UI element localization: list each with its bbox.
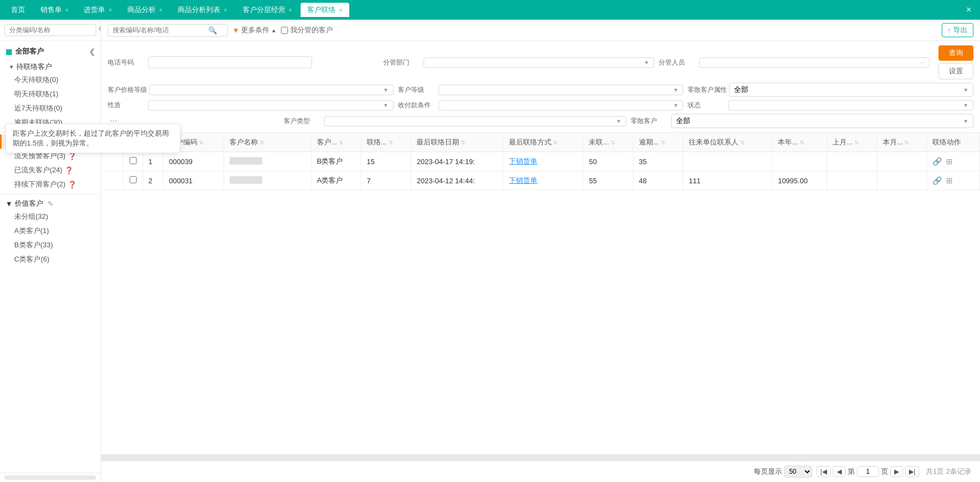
th-name[interactable]: 客户名称⇅ [224,133,311,152]
row2-link-icon[interactable]: 🔗 [932,176,942,185]
row1-link-icon[interactable]: 🔗 [932,157,942,166]
value-edit-icon[interactable]: ✎ [48,200,54,208]
sidebar-item-today[interactable]: 今天待联络(0) [0,73,101,87]
sidebar-group-waiting[interactable]: ▼ 待联络客户 [0,60,101,73]
row2-this-year: 10995.00 [772,171,827,190]
customer-type-select[interactable]: ▼ [324,116,626,126]
row1-checkbox[interactable] [123,152,143,171]
retail-customer-select[interactable]: 全部 ▼ [671,114,973,128]
nav-item-contact[interactable]: 客户联络 × [301,3,349,17]
nav-item-sales-label: 销售单 [40,5,62,15]
nav-close-contact[interactable]: × [339,7,342,13]
per-page-select[interactable]: 50 100 200 [784,466,812,478]
sidebar-scrollbar[interactable] [4,475,96,480]
advanced-filter: 电话号码 分管部门 ▼ 分管人员 ··· [101,41,980,133]
sidebar-item-declining[interactable]: 持续下滑客户(2) ❓ [0,177,101,191]
nav-close-purchase[interactable]: × [108,7,112,13]
sidebar-search-input[interactable] [4,24,96,36]
export-button[interactable]: ↑ 导出 [942,23,974,37]
query-button[interactable]: 查询 [938,45,973,61]
nav-close-crm[interactable]: × [289,7,292,13]
gender-select[interactable]: ▼ [148,100,394,111]
row2-last-way[interactable]: 下销货单 [503,171,583,190]
th-last-contact-date[interactable]: 最后联络日期⇅ [411,133,503,152]
nav-close-sales[interactable]: × [65,7,68,13]
th-this-month[interactable]: 本月...⇅ [877,133,926,152]
filter-funnel-icon: ▼ [232,26,239,34]
row2-grid-icon[interactable]: ⊞ [946,176,953,185]
phone-input[interactable] [148,56,312,68]
manager-label: 分管人员 [659,58,697,67]
filter-search-input[interactable] [113,26,208,34]
c-class-label: C类客户(6) [14,255,49,263]
retail-attr-select[interactable]: 全部 ▼ [729,83,973,97]
nav-item-sales[interactable]: 销售单 × [34,3,75,17]
row1-grid-icon[interactable]: ⊞ [946,157,953,166]
page-last-btn[interactable]: ▶| [905,466,919,477]
sidebar-item-ungroup[interactable]: 未分组(32) [0,210,101,224]
sidebar-all-customers[interactable]: ▦ 全部客户 ❮ [0,43,101,60]
filter-search-icon[interactable]: 🔍 [208,26,217,34]
my-customers-checkbox[interactable] [281,27,288,34]
th-contact-count[interactable]: 联络...⇅ [361,133,411,152]
row1-last-way-link[interactable]: 下销货单 [509,157,537,165]
pagination-bar: 每页显示 50 100 200 |◀ ◀ 第 页 ▶ ▶| 共1页 2条记录 [101,461,980,482]
horizontal-scrollbar[interactable] [101,454,980,461]
th-contact-person[interactable]: 往来单位联系人⇅ [683,133,772,152]
sidebar-item-7days[interactable]: 近7天待联络(0) [0,101,101,115]
nav-item-crm[interactable]: 客户分层经营 × [236,3,298,17]
th-uncontact[interactable]: 未联...⇅ [583,133,633,152]
th-overdue[interactable]: 逾期...⇅ [633,133,683,152]
row2-uncontact: 55 [583,171,633,190]
row1-check[interactable] [130,157,137,164]
nav-item-analysis-list[interactable]: 商品分析列表 × [171,3,233,17]
filter-actions: 查询 设置 [938,45,973,79]
th-last-month[interactable]: 上月...⇅ [827,133,877,152]
row1-settings [101,152,123,171]
dept-arrow-icon: ▼ [644,60,649,66]
filter-row-2: 客户价格等级 ▼ 客户等级 ▼ 零散客户属性 全部 [108,83,973,97]
settings-button[interactable]: 设置 [938,63,973,79]
retail-attr-value: 全部 [734,85,748,95]
row1-no: 1 [143,152,163,171]
page-next-btn[interactable]: ▶ [890,466,903,477]
my-customers-label: 我分管的客户 [290,25,333,35]
sidebar-item-tomorrow[interactable]: 明天待联络(1) [0,87,101,101]
row2-contact-person: 111 [683,171,772,190]
th-customer-type[interactable]: 客户...⇅ [311,133,361,152]
payment-select[interactable]: ▼ [438,100,684,111]
nav-item-purchase[interactable]: 进货单 × [77,3,118,17]
sidebar-item-a-class[interactable]: A类客户(1) [0,224,101,238]
row2-check[interactable] [130,176,137,183]
page-input[interactable] [857,466,879,477]
page-prev-btn[interactable]: ◀ [833,466,846,477]
window-close-button[interactable]: × [962,3,976,17]
row2-last-way-link[interactable]: 下销货单 [509,176,537,184]
sidebar-item-b-class[interactable]: B类客户(33) [0,238,101,252]
dept-select[interactable]: ▼ [424,57,654,68]
th-this-year[interactable]: 本年...⇅ [772,133,827,152]
7days-label: 近7天待联络(0) [14,104,62,112]
row2-checkbox[interactable] [123,171,143,190]
nav-close-analysis-list[interactable]: × [224,7,227,13]
page-first-btn[interactable]: |◀ [817,466,831,477]
sidebar-bottom [0,473,101,482]
table-area[interactable]: ⚙ # 客户编码⇅ 客户名称⇅ 客户...⇅ 联络... [101,133,980,454]
price-level-select[interactable]: ▼ [149,85,394,95]
more-conditions-btn[interactable]: ▼ 更多条件 ▲ [232,25,277,35]
sidebar-collapse-btn[interactable]: ❮ [89,48,95,56]
today-label: 今天待联络(0) [14,76,58,84]
nav-item-home[interactable]: 首页 [4,3,32,17]
sidebar-item-c-class[interactable]: C类客户(6) [0,252,101,266]
th-last-contact-way[interactable]: 最后联络方式⇅ [503,133,583,152]
sidebar-group-value[interactable]: ▼ 价值客户 ✎ [0,196,101,210]
manager-select[interactable]: ··· [699,57,930,68]
row1-actions: 🔗 ⊞ [927,152,980,171]
sidebar-item-churned[interactable]: 已流失客户(24) ❓ [0,163,101,177]
row1-last-way[interactable]: 下销货单 [503,152,583,171]
nav-close-analysis[interactable]: × [159,7,162,13]
status-select[interactable]: ▼ [728,100,973,111]
nav-item-analysis[interactable]: 商品分析 × [121,3,169,17]
sort-cp-icon: ⇅ [740,140,744,146]
customer-level-select[interactable]: ▼ [438,85,684,95]
